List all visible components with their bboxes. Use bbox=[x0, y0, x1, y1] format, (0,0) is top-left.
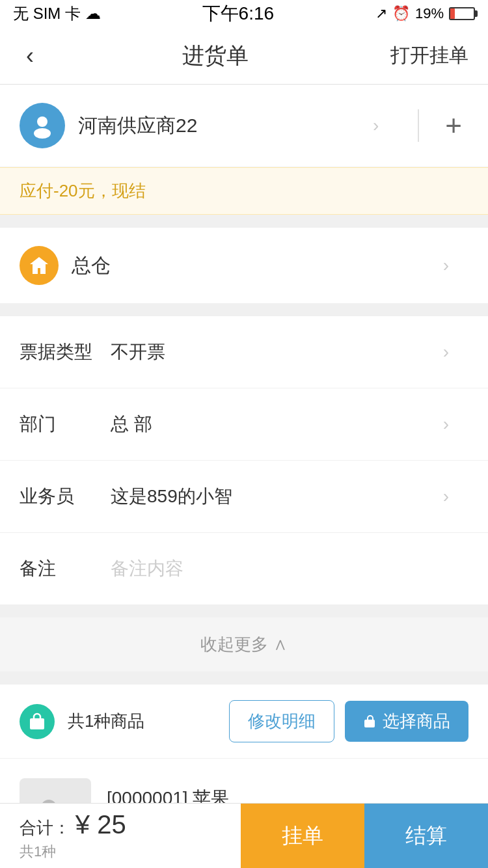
supplier-section: 河南供应商22 › + 应付-20元，现结 bbox=[0, 85, 488, 215]
svg-point-0 bbox=[37, 116, 47, 127]
svg-rect-2 bbox=[30, 718, 44, 729]
pending-button[interactable]: 挂单 bbox=[241, 804, 364, 869]
sim-label: 无 SIM 卡 ☁ bbox=[13, 3, 101, 24]
product-icon bbox=[20, 704, 55, 739]
status-left: 无 SIM 卡 ☁ bbox=[13, 3, 101, 24]
products-header: 共1种商品 修改明细 选择商品 bbox=[0, 685, 488, 759]
dept-value: 总 部 bbox=[98, 412, 443, 437]
svg-point-1 bbox=[34, 128, 51, 139]
invoice-type-row[interactable]: 票据类型 不开票 › bbox=[0, 316, 488, 388]
person-icon bbox=[29, 113, 55, 139]
nav-bar: ‹ 进货单 打开挂单 bbox=[0, 27, 488, 85]
supplier-name: 河南供应商22 bbox=[78, 113, 373, 139]
form-section: 票据类型 不开票 › 部门 总 部 › 业务员 这是859的小智 › 备注 备注… bbox=[0, 316, 488, 604]
total-count: 共1种 bbox=[20, 842, 221, 861]
alarm-icon: ⏰ bbox=[392, 5, 410, 22]
total-amount: ¥ 25 bbox=[75, 810, 126, 839]
salesperson-row[interactable]: 业务员 这是859的小智 › bbox=[0, 461, 488, 533]
cart-icon bbox=[363, 714, 377, 729]
salesperson-label: 业务员 bbox=[20, 484, 98, 509]
status-bar: 无 SIM 卡 ☁ 下午6:16 ↗ ⏰ 19% bbox=[0, 0, 488, 27]
home-icon bbox=[28, 254, 50, 277]
open-pending-button[interactable]: 打开挂单 bbox=[390, 42, 468, 69]
chevron-right-icon: › bbox=[443, 342, 449, 362]
divider bbox=[418, 109, 419, 142]
edit-detail-button[interactable]: 修改明细 bbox=[229, 700, 334, 742]
collapse-button[interactable]: 收起更多 ∧ bbox=[0, 617, 488, 671]
invoice-type-value: 不开票 bbox=[98, 340, 443, 364]
warehouse-icon bbox=[20, 246, 59, 285]
select-product-button[interactable]: 选择商品 bbox=[345, 701, 468, 742]
remark-placeholder: 备注内容 bbox=[98, 556, 468, 581]
status-right: ↗ ⏰ 19% bbox=[375, 5, 475, 22]
battery-icon bbox=[449, 7, 475, 20]
total-label: 合计： bbox=[20, 818, 70, 837]
warehouse-row[interactable]: 总仓 › bbox=[0, 228, 488, 303]
location-icon: ↗ bbox=[375, 5, 387, 22]
total-section: 合计： ¥ 25 共1种 bbox=[0, 810, 241, 861]
page-title: 进货单 bbox=[182, 41, 249, 71]
warehouse-name: 总仓 bbox=[72, 252, 443, 279]
select-product-label: 选择商品 bbox=[383, 710, 450, 733]
checkout-button[interactable]: 结算 bbox=[364, 804, 488, 869]
supplier-notice: 应付-20元，现结 bbox=[0, 167, 488, 215]
status-time: 下午6:16 bbox=[202, 1, 275, 26]
bag-icon bbox=[27, 712, 47, 731]
warehouse-section: 总仓 › bbox=[0, 228, 488, 303]
supplier-row[interactable]: 河南供应商22 › + bbox=[0, 85, 488, 167]
dept-label: 部门 bbox=[20, 412, 98, 437]
chevron-right-icon: › bbox=[443, 486, 449, 507]
product-count: 共1种商品 bbox=[68, 710, 229, 733]
invoice-type-label: 票据类型 bbox=[20, 340, 98, 364]
battery-percent: 19% bbox=[415, 5, 444, 22]
bottom-bar: 合计： ¥ 25 共1种 挂单 结算 bbox=[0, 803, 488, 868]
supplier-avatar bbox=[20, 103, 65, 148]
remark-row[interactable]: 备注 备注内容 bbox=[0, 533, 488, 604]
add-supplier-button[interactable]: + bbox=[439, 103, 468, 148]
chevron-right-icon: › bbox=[373, 115, 379, 136]
back-button[interactable]: ‹ bbox=[20, 36, 40, 76]
chevron-right-icon: › bbox=[443, 255, 449, 276]
remark-label: 备注 bbox=[20, 556, 98, 581]
salesperson-value: 这是859的小智 bbox=[98, 484, 443, 509]
chevron-right-icon: › bbox=[443, 414, 449, 435]
dept-row[interactable]: 部门 总 部 › bbox=[0, 388, 488, 461]
